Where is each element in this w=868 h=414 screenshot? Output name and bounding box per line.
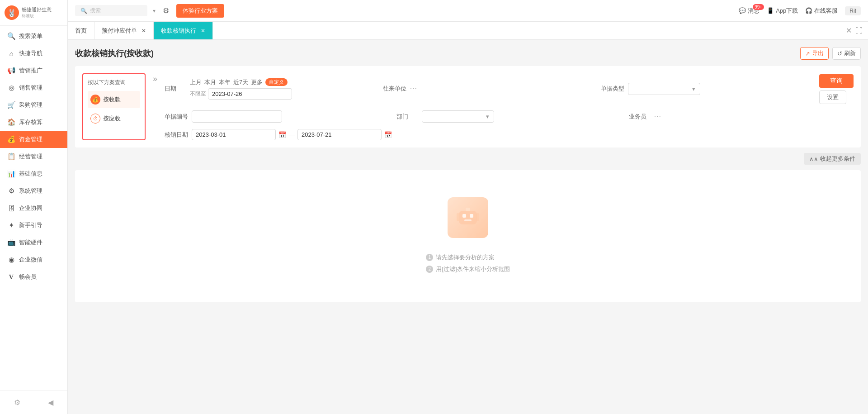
- voucher-type-field: 单据类型 ▾: [601, 83, 812, 95]
- online-service-button[interactable]: 🎧 在线客服: [805, 7, 838, 15]
- date-last-month[interactable]: 上月: [190, 78, 202, 86]
- export-button[interactable]: ↗ 导出: [800, 47, 829, 60]
- tab-prepay-close-icon[interactable]: ✕: [142, 28, 146, 34]
- logo-text: 畅捷通好生意: [22, 6, 52, 13]
- sidebar-item-inventory[interactable]: 🏠 库存核算: [0, 114, 67, 131]
- tab-expand-icon[interactable]: ⛶: [855, 27, 863, 35]
- svg-rect-3: [464, 219, 472, 221]
- filter-collapse-icon[interactable]: »: [153, 74, 157, 84]
- date-custom-badge[interactable]: 自定义: [265, 78, 288, 86]
- tab-prepay[interactable]: 预付冲应付单 ✕: [94, 22, 154, 39]
- verify-date-to-input[interactable]: [297, 129, 382, 140]
- tab-close-all-icon[interactable]: ✕: [846, 26, 852, 35]
- dept-select[interactable]: ▾: [422, 110, 494, 123]
- collapse-sidebar-icon[interactable]: ◀: [45, 395, 56, 409]
- tip-text-1: 请先选择要分析的方案: [436, 252, 495, 263]
- calendar-to-icon[interactable]: 📅: [384, 131, 392, 138]
- sidebar-item-smart-hardware[interactable]: 📺 智能硬件: [0, 234, 67, 251]
- collapse-more-button[interactable]: ∧∧ 收起更多条件: [804, 153, 861, 165]
- svg-rect-0: [459, 211, 477, 224]
- tab-collection[interactable]: 收款核销执行 ✕: [154, 22, 213, 39]
- sidebar-item-search-menu[interactable]: 🔍 搜索菜单: [0, 28, 67, 45]
- marketing-icon: 📢: [7, 67, 15, 75]
- sidebar-item-marketing[interactable]: 📢 营销推广: [0, 62, 67, 79]
- sidebar-item-operations[interactable]: 📋 经营管理: [0, 148, 67, 165]
- basic-info-icon: 📊: [7, 170, 15, 178]
- voucher-no-input[interactable]: [192, 110, 282, 123]
- smart-hardware-icon: 📺: [7, 238, 15, 247]
- counterpart-field: 往来单位 ···: [383, 85, 594, 93]
- verify-date-from-input[interactable]: [192, 129, 276, 140]
- solution-button[interactable]: 体验行业方案: [176, 4, 224, 18]
- tab-bar: 首页 预付冲应付单 ✕ 收款核销执行 ✕ ✕ ⛶: [68, 22, 868, 40]
- purchase-icon: 🛒: [7, 101, 15, 109]
- sidebar-item-system[interactable]: ⚙ 系统管理: [0, 182, 67, 200]
- query-button[interactable]: 查询: [819, 74, 854, 88]
- content-area: 收款核销执行(按收款) ↗ 导出 ↺ 刷新 按以下方案查询 💰 按收款: [68, 40, 868, 414]
- empty-state: 1 请先选择要分析的方案 2 用[过滤]条件来缩小分析范围: [75, 170, 861, 302]
- sidebar-item-label: 系统管理: [19, 187, 42, 195]
- app-download-button[interactable]: 📱 App下载: [767, 7, 798, 15]
- svg-rect-1: [462, 214, 466, 218]
- sidebar-item-enterprise[interactable]: 🗄 企业协同: [0, 200, 67, 217]
- sidebar-item-guide[interactable]: ✦ 新手引导: [0, 217, 67, 234]
- tab-home[interactable]: 首页: [68, 22, 94, 39]
- date-quick-options: 上月 本月 本年 近7天 更多 自定义: [190, 78, 292, 86]
- verify-date-label: 核销日期: [165, 131, 188, 139]
- sidebar-item-label: 企业协同: [19, 204, 42, 212]
- tab-home-label: 首页: [75, 27, 87, 35]
- tabs-right-actions: ✕ ⛶: [840, 22, 868, 39]
- sidebar-item-label: 资金管理: [19, 135, 42, 143]
- sidebar-item-member[interactable]: V 畅会员: [0, 268, 67, 286]
- query-row-2: 单据编号 部门 ▾ 业务员 ···: [165, 110, 854, 123]
- filter-item-by-receipt[interactable]: 💰 按收款: [88, 91, 140, 108]
- refresh-label: 刷新: [844, 49, 856, 57]
- tip-text-2: 用[过滤]条件来缩小分析范围: [436, 263, 509, 275]
- counterpart-ellipsis-button[interactable]: ···: [410, 85, 417, 93]
- user-info[interactable]: Rit: [845, 6, 861, 15]
- message-button[interactable]: 💬 消息 99+: [739, 7, 760, 15]
- svg-rect-6: [476, 213, 479, 221]
- sidebar-item-basic-info[interactable]: 📊 基础信息: [0, 165, 67, 182]
- empty-tip-2: 2 用[过滤]条件来缩小分析范围: [426, 263, 509, 275]
- date-value-input[interactable]: [208, 88, 292, 100]
- sidebar-item-wechat[interactable]: ◉ 企业微信: [0, 251, 67, 268]
- settings-button[interactable]: 设置: [819, 90, 846, 104]
- sidebar-item-sales[interactable]: ◎ 销售管理: [0, 79, 67, 96]
- chevron-down-icon[interactable]: ▾: [153, 8, 156, 14]
- sidebar-item-label: 快捷导航: [19, 49, 42, 57]
- date-field: 日期 上月 本月 本年 近7天 更多 自定义 不限至: [165, 78, 376, 100]
- search-icon: 🔍: [80, 8, 87, 14]
- date-7days[interactable]: 近7天: [233, 78, 248, 86]
- date-this-month[interactable]: 本月: [204, 78, 216, 86]
- chevron-down-icon: ▾: [692, 86, 695, 92]
- calendar-from-icon[interactable]: 📅: [278, 131, 286, 138]
- user-name: Rit: [849, 8, 856, 14]
- tab-collection-close-icon[interactable]: ✕: [201, 28, 205, 34]
- date-range-separator: —: [289, 131, 295, 138]
- staff-label: 业务员: [629, 113, 651, 121]
- filter-sidebar: 按以下方案查询 💰 按收款 ⏱ 按应收: [82, 73, 146, 140]
- date-more[interactable]: 更多: [251, 78, 263, 86]
- sidebar-item-quick-nav[interactable]: ⌂ 快捷导航: [0, 45, 67, 62]
- topbar-search[interactable]: 🔍 搜索: [75, 5, 147, 16]
- receipt-icon: 💰: [90, 95, 100, 105]
- staff-ellipsis-button[interactable]: ···: [654, 113, 661, 121]
- refresh-icon: ↺: [837, 50, 842, 57]
- empty-tips: 1 请先选择要分析的方案 2 用[过滤]条件来缩小分析范围: [426, 252, 509, 275]
- date-this-year[interactable]: 本年: [219, 78, 231, 86]
- sidebar-logo: 🐰 畅捷通好生意 标准版: [0, 0, 67, 26]
- settings-icon[interactable]: ⚙: [11, 395, 23, 409]
- page-header: 收款核销执行(按收款) ↗ 导出 ↺ 刷新: [75, 47, 861, 60]
- sidebar-item-label: 智能硬件: [19, 238, 42, 247]
- voucher-type-select[interactable]: ▾: [628, 83, 700, 95]
- sales-icon: ◎: [7, 84, 15, 92]
- sidebar-item-finance[interactable]: 💰 资金管理: [0, 131, 67, 148]
- filter-item-by-receivable[interactable]: ⏱ 按应收: [88, 110, 140, 127]
- collapse-more-bar: ∧∧ 收起更多条件: [75, 153, 861, 165]
- gear-icon[interactable]: ⚙: [163, 6, 169, 15]
- refresh-button[interactable]: ↺ 刷新: [832, 47, 861, 60]
- search-placeholder: 搜索: [90, 7, 101, 14]
- sidebar-item-purchase[interactable]: 🛒 采购管理: [0, 96, 67, 114]
- topbar: 🔍 搜索 ▾ ⚙ 体验行业方案 💬 消息 99+ 📱 App下载 🎧 在线客服 …: [68, 0, 868, 22]
